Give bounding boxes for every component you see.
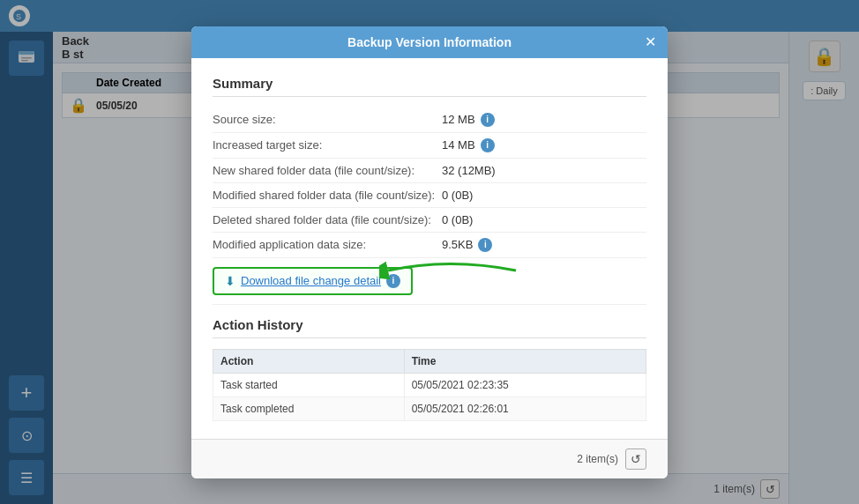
time-cell-0: 05/05/2021 02:23:35 — [404, 373, 646, 397]
action-cell-0: Task started — [213, 373, 405, 397]
modal-dialog: Backup Version Information ✕ Summary Sou… — [191, 26, 668, 478]
action-row-0: Task started 05/05/2021 02:23:35 — [213, 373, 646, 397]
action-history-title: Action History — [213, 317, 646, 338]
col-time-header: Time — [404, 349, 646, 373]
action-row-1: Task completed 05/05/2021 02:26:01 — [213, 397, 646, 420]
modal-refresh-button[interactable]: ↺ — [625, 448, 646, 470]
value-app-data: 9.5KB i — [442, 238, 492, 252]
action-history-table: Action Time Task started 05/05/2021 02:2… — [213, 349, 646, 421]
info-icon-target-size[interactable]: i — [481, 138, 495, 152]
value-source-size: 12 MB i — [442, 113, 495, 127]
modal-items-count: 2 item(s) — [577, 453, 618, 465]
download-link-row: ⬇ Download file change detail i — [213, 258, 646, 305]
label-modified-shared: Modified shared folder data (file count/… — [213, 189, 442, 202]
value-modified-shared: 0 (0B) — [442, 189, 473, 202]
info-icon-source-size[interactable]: i — [481, 113, 495, 127]
modal-close-button[interactable]: ✕ — [641, 33, 659, 51]
info-row-deleted-shared: Deleted shared folder data (file count/s… — [213, 208, 646, 233]
info-row-source-size: Source size: 12 MB i — [213, 107, 646, 133]
label-source-size: Source size: — [213, 113, 442, 126]
action-cell-1: Task completed — [213, 397, 405, 420]
time-cell-1: 05/05/2021 02:26:01 — [404, 397, 646, 420]
download-link[interactable]: Download file change detail — [241, 274, 381, 287]
value-target-size: 14 MB i — [442, 138, 495, 152]
modal-titlebar: Backup Version Information ✕ — [191, 26, 668, 58]
label-app-data: Modified application data size: — [213, 238, 442, 251]
info-row-target-size: Increased target size: 14 MB i — [213, 133, 646, 159]
modal-body: Summary Source size: 12 MB i Increased t… — [191, 58, 668, 439]
label-new-shared: New shared folder data (file count/size)… — [213, 164, 442, 177]
col-action-header: Action — [213, 349, 405, 373]
download-link-box: ⬇ Download file change detail i — [213, 267, 413, 295]
label-deleted-shared: Deleted shared folder data (file count/s… — [213, 213, 442, 226]
info-row-app-data: Modified application data size: 9.5KB i — [213, 233, 646, 258]
label-target-size: Increased target size: — [213, 138, 442, 152]
value-new-shared: 32 (12MB) — [442, 164, 496, 177]
info-row-modified-shared: Modified shared folder data (file count/… — [213, 183, 646, 208]
action-history-section: Action History Action Time Task started … — [213, 317, 646, 421]
info-icon-app-data[interactable]: i — [478, 238, 492, 252]
info-row-new-shared: New shared folder data (file count/size)… — [213, 159, 646, 183]
download-icon: ⬇ — [225, 274, 235, 288]
summary-section-title: Summary — [213, 76, 646, 97]
download-info-icon[interactable]: i — [386, 274, 400, 288]
modal-title: Backup Version Information — [347, 35, 512, 49]
modal-footer: 2 item(s) ↺ — [191, 439, 668, 478]
modal-overlay: Backup Version Information ✕ Summary Sou… — [0, 0, 859, 504]
value-deleted-shared: 0 (0B) — [442, 213, 473, 226]
